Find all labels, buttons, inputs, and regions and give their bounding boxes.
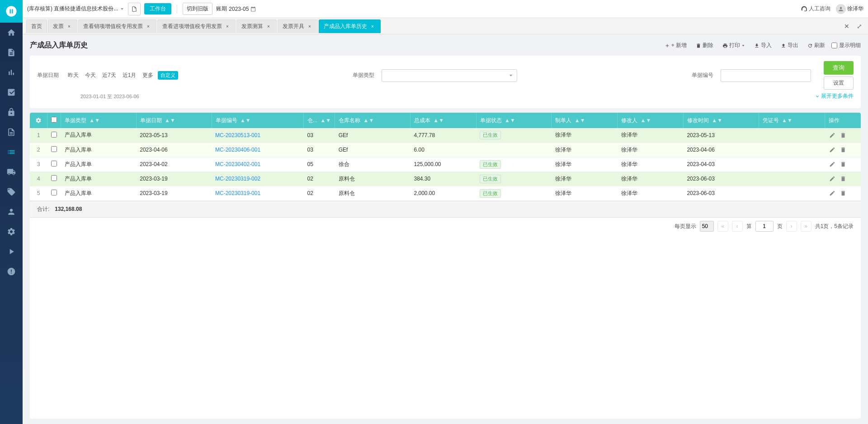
row-number-link[interactable]: MC-20230513-001 bbox=[215, 132, 260, 138]
print-dropdown-icon bbox=[741, 44, 745, 48]
query-button[interactable]: 查询 bbox=[824, 61, 854, 75]
row-checkbox[interactable] bbox=[51, 175, 57, 181]
sidebar-item-home[interactable] bbox=[0, 23, 23, 43]
sort-cost-icon[interactable]: ▲▼ bbox=[433, 117, 444, 124]
row-edit-icon[interactable] bbox=[828, 146, 836, 154]
tab-product-instock[interactable]: 产成品入库单历史 × bbox=[319, 19, 381, 33]
sort-modifier-icon[interactable]: ▲▼ bbox=[641, 117, 651, 124]
page-number-input[interactable] bbox=[755, 221, 774, 232]
row-checkbox[interactable] bbox=[51, 132, 57, 138]
row-checkbox[interactable] bbox=[51, 161, 57, 167]
sort-date-icon[interactable]: ▲▼ bbox=[165, 117, 175, 124]
tab-invoice-open-close[interactable]: × bbox=[307, 23, 313, 29]
refresh-button[interactable]: 刷新 bbox=[805, 40, 828, 51]
sort-type-icon[interactable]: ▲▼ bbox=[89, 117, 100, 124]
row-edit-icon[interactable] bbox=[828, 189, 836, 197]
sidebar-item-invoice[interactable] bbox=[0, 43, 23, 62]
column-settings-icon[interactable] bbox=[33, 115, 43, 125]
sidebar-item-lock[interactable] bbox=[0, 102, 23, 122]
tab-home[interactable]: 首页 bbox=[26, 19, 47, 33]
sort-wname-icon[interactable]: ▲▼ bbox=[363, 117, 374, 124]
tab-invoice-open[interactable]: 发票开具 × bbox=[278, 19, 318, 33]
sidebar-item-analytics[interactable] bbox=[0, 82, 23, 102]
sort-wcode-icon[interactable]: ▲▼ bbox=[320, 117, 331, 124]
help-button[interactable]: 人工咨询 bbox=[801, 5, 830, 13]
sort-modtime-icon[interactable]: ▲▼ bbox=[712, 117, 722, 124]
row-warehouse-code: 05 bbox=[304, 157, 335, 172]
date-opt-today[interactable]: 今天 bbox=[83, 71, 98, 80]
tab-invoice[interactable]: 发票 × bbox=[48, 19, 77, 33]
sidebar-item-user[interactable] bbox=[0, 202, 23, 222]
switch-button[interactable]: 切到旧版 bbox=[183, 3, 212, 15]
tab-invoice-close[interactable]: × bbox=[66, 23, 72, 29]
number-filter-input[interactable] bbox=[721, 69, 811, 82]
tab-purchase-invoice-close[interactable]: × bbox=[224, 23, 231, 29]
tab-purchase-invoice[interactable]: 查看进项增值税专用发票 × bbox=[157, 19, 236, 33]
row-edit-icon[interactable] bbox=[828, 131, 836, 139]
row-delete-icon[interactable] bbox=[839, 189, 847, 197]
sidebar-item-settings[interactable] bbox=[0, 222, 23, 242]
row-delete-icon[interactable] bbox=[839, 160, 847, 168]
type-filter-dropdown-icon bbox=[509, 73, 513, 78]
row-checkbox[interactable] bbox=[51, 146, 57, 152]
delete-button[interactable]: 删除 bbox=[693, 40, 716, 51]
row-delete-icon[interactable] bbox=[839, 146, 847, 154]
tab-maximize[interactable]: ⤢ bbox=[854, 21, 864, 31]
sort-voucher-icon[interactable]: ▲▼ bbox=[782, 117, 793, 124]
tab-invoice-calc[interactable]: 发票测算 × bbox=[236, 19, 277, 33]
page-size-select[interactable]: 50 20 100 bbox=[700, 221, 714, 232]
sidebar-item-document[interactable] bbox=[0, 122, 23, 142]
row-number-link[interactable]: MC-20230402-001 bbox=[215, 161, 260, 167]
row-checkbox[interactable] bbox=[51, 190, 57, 195]
sort-number-icon[interactable]: ▲▼ bbox=[240, 117, 251, 124]
row-delete-icon[interactable] bbox=[839, 175, 847, 183]
sidebar-item-warehouse[interactable] bbox=[0, 162, 23, 182]
last-page-button[interactable]: » bbox=[801, 221, 811, 232]
export-button[interactable]: 导出 bbox=[778, 40, 801, 51]
row-edit-icon[interactable] bbox=[828, 160, 836, 168]
show-detail-toggle[interactable]: 显示明细 bbox=[831, 42, 861, 49]
row-delete-icon[interactable] bbox=[839, 131, 847, 139]
topbar-divider bbox=[177, 5, 177, 14]
print-button[interactable]: 打印 bbox=[720, 40, 748, 51]
first-page-button[interactable]: « bbox=[717, 221, 728, 232]
sort-creator-icon[interactable]: ▲▼ bbox=[575, 117, 585, 124]
date-opt-custom[interactable]: 自定义 bbox=[158, 71, 178, 80]
workbench-button[interactable]: 工作台 bbox=[144, 3, 171, 14]
select-all-checkbox[interactable] bbox=[51, 117, 57, 123]
sidebar-item-tag[interactable] bbox=[0, 182, 23, 202]
expand-filter-button[interactable]: 展开更多条件 bbox=[815, 92, 854, 100]
user-button[interactable]: 徐泽华 bbox=[836, 4, 863, 14]
set-button[interactable]: 设置 bbox=[824, 76, 854, 90]
date-opt-more[interactable]: 更多 bbox=[141, 71, 155, 80]
type-filter-select[interactable] bbox=[382, 69, 517, 82]
sidebar-item-list[interactable] bbox=[0, 142, 23, 162]
tab-close-all[interactable]: ✕ bbox=[842, 21, 852, 31]
row-actions bbox=[825, 172, 861, 186]
sidebar-item-version[interactable] bbox=[0, 262, 23, 281]
next-page-button[interactable]: › bbox=[786, 221, 797, 232]
calendar-icon[interactable] bbox=[250, 6, 256, 12]
tab-invoice-calc-close[interactable]: × bbox=[265, 23, 272, 29]
date-opt-1month[interactable]: 近1月 bbox=[121, 71, 138, 80]
row-number-link[interactable]: MC-20230319-001 bbox=[215, 190, 260, 196]
sidebar-item-play[interactable] bbox=[0, 242, 23, 262]
show-detail-checkbox[interactable] bbox=[831, 43, 837, 48]
row-number-link[interactable]: MC-20230406-001 bbox=[215, 147, 260, 153]
sort-status-icon[interactable]: ▲▼ bbox=[505, 117, 515, 124]
row-modifier: 徐泽华 bbox=[618, 186, 684, 200]
doc-button[interactable] bbox=[128, 3, 141, 15]
row-number-link[interactable]: MC-20230319-002 bbox=[215, 176, 260, 182]
date-opt-7days[interactable]: 近7天 bbox=[100, 71, 118, 80]
new-button[interactable]: + 新增 bbox=[662, 40, 689, 51]
app-logo[interactable] bbox=[0, 0, 23, 23]
prev-page-button[interactable]: ‹ bbox=[732, 221, 743, 232]
date-opt-yesterday[interactable]: 昨天 bbox=[66, 71, 80, 80]
row-number: MC-20230319-002 bbox=[212, 172, 304, 186]
import-button[interactable]: 导入 bbox=[751, 40, 774, 51]
tab-sales-invoice-close[interactable]: × bbox=[145, 23, 151, 29]
tab-sales-invoice[interactable]: 查看销项增值税专用发票 × bbox=[78, 19, 156, 33]
tab-product-instock-close[interactable]: × bbox=[369, 23, 376, 29]
row-edit-icon[interactable] bbox=[828, 175, 836, 183]
sidebar-item-chart[interactable] bbox=[0, 62, 23, 82]
